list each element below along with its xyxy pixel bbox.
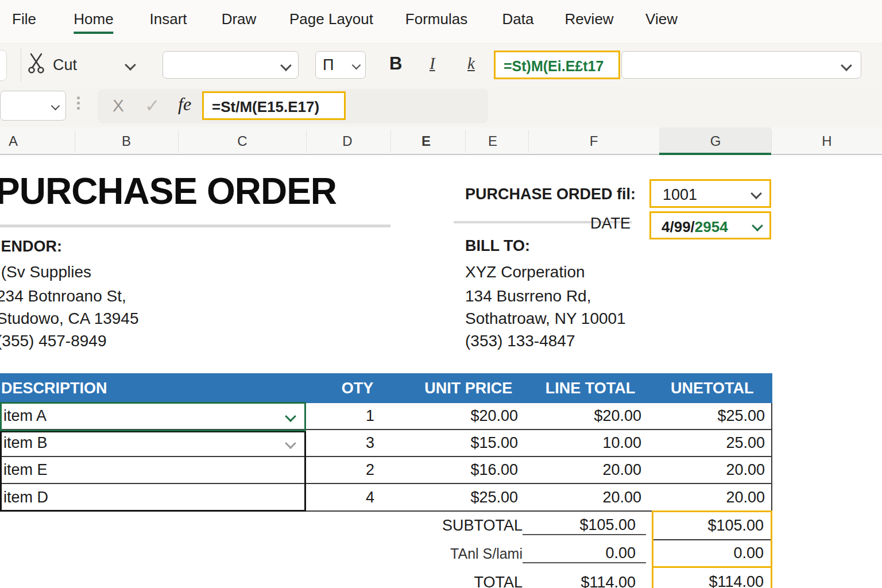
total-boxed-cell[interactable]: $114.00 [653,568,771,588]
table-header-description: DESCRIPTION [0,380,307,397]
formula-text: =St/M(E15.E17) [212,98,319,116]
unit-price-cell[interactable]: $20.00 [408,407,528,425]
tax-value-cell[interactable]: 0.00 [523,544,646,563]
title-rule [0,225,390,227]
name-box[interactable] [0,91,66,121]
chevron-down-icon [841,60,852,71]
clipboard-button-partial[interactable] [0,50,7,81]
date-value: 4/99/2954 [662,218,728,236]
cut-dropdown-chevron-icon[interactable] [125,59,136,71]
unit-price-cell[interactable]: $16.00 [408,461,528,479]
qty-cell[interactable]: 2 [306,461,408,479]
unit-price-cell[interactable]: $25.00 [408,489,528,506]
description-dropdown-cell[interactable]: item B [0,430,306,456]
line-total-cell[interactable]: 20.00 [528,489,652,506]
table-row: item D 4 $25.00 20.00 20.00 [0,484,772,512]
column-divider [306,130,307,153]
confirm-icon[interactable]: ✓ [145,95,160,117]
subtotal-boxed-cell[interactable]: $105.00 [653,512,771,540]
column-header-d[interactable]: D [342,133,352,149]
billto-line: (353) 133-4847 [465,332,575,350]
qty-cell[interactable]: 4 [306,489,408,506]
line-total-cell[interactable]: $20.00 [528,407,652,425]
chevron-down-icon[interactable] [285,411,296,422]
column-divider [465,130,466,153]
subtotal-label: SUBTOTAL [306,517,523,535]
column-header-h[interactable]: H [822,133,831,149]
column-divider [75,130,75,153]
menu-view[interactable]: View [645,10,678,28]
description-dropdown-cell[interactable]: item A [0,403,306,429]
column-header-b[interactable]: B [122,133,131,149]
menu-page-layout[interactable]: Page Layout [289,10,373,28]
menu-review[interactable]: Review [564,10,613,28]
vendor-line: 234 Botnroano St, [0,287,126,305]
menu-formulas[interactable]: Formulas [405,10,467,28]
qty-cell[interactable]: 3 [306,434,408,452]
table-header-qty: OTY [307,380,408,397]
formula-input-box[interactable]: =St/M(E15.E17) [202,91,346,120]
unetotal-cell[interactable]: 20.00 [652,461,772,479]
billto-line: Sothatroaw, NY 10001 [465,310,626,328]
toolbar-divider [21,48,21,82]
spreadsheet-app: File Home Insart Draw Page Layout Formul… [0,0,882,588]
po-number-dropdown[interactable]: 1001 [649,179,771,208]
vendor-line: (355) 457-8949 [0,332,106,350]
underline-button[interactable]: k [467,54,475,73]
column-divider [390,130,391,153]
tax-label: TAnl S/lami [306,546,523,562]
menu-insert[interactable]: Insart [149,10,187,28]
po-number-value: 1001 [663,186,697,204]
toolbar-formula-text: =St)M(Ei.E£t17 [504,58,604,75]
menu-data[interactable]: Data [502,10,534,28]
font-size-dropdown[interactable]: Π [315,51,366,79]
date-dropdown[interactable]: 4/99/2954 [649,211,771,239]
unit-price-cell[interactable]: $15.00 [408,434,528,452]
cancel-icon[interactable]: X [113,96,124,115]
total-value-cell[interactable]: $114.00 [523,574,646,588]
cut-button[interactable]: Cut [53,56,77,74]
description-value: item B [3,434,48,452]
font-size-value: Π [323,56,334,74]
description-cell[interactable]: item D [0,484,306,510]
column-header-e2[interactable]: E [488,133,497,149]
style-dropdown[interactable] [621,51,861,79]
fx-icon[interactable]: fe [178,94,191,115]
column-header-e1[interactable]: E [421,133,431,149]
subtotal-value-cell[interactable]: $105.00 [523,516,646,535]
date-prefix: 4/99/ [662,218,695,235]
description-cell[interactable]: item E [0,457,306,483]
tax-boxed-cell[interactable]: 0.00 [653,540,771,568]
column-header-f[interactable]: F [590,133,598,149]
vendor-line: ı(Sv Supplies [0,263,91,281]
totals-highlight-box: $105.00 0.00 $114.00 [652,510,772,588]
italic-button[interactable]: I [430,54,435,73]
column-divider [178,130,179,153]
menu-file[interactable]: File [12,10,36,28]
description-value: item D [3,489,48,506]
bold-button[interactable]: B [389,53,402,74]
unetotal-cell[interactable]: $25.00 [652,407,772,425]
chevron-down-icon[interactable] [285,438,296,449]
menu-home[interactable]: Home [74,10,113,34]
chevron-down-icon [280,60,292,71]
chevron-down-icon [51,102,60,111]
font-name-dropdown[interactable] [163,51,299,79]
line-total-cell[interactable]: 20.00 [528,461,652,479]
table-right-border [771,403,772,512]
column-header-g[interactable]: G [710,133,721,149]
vendor-line: Studowo, CA 13945 [0,310,139,328]
toolbar-formula-box[interactable]: =St)M(Ei.E£t17 [494,51,620,79]
scissors-icon[interactable] [26,51,46,78]
qty-cell[interactable]: 1 [306,407,408,425]
unetotal-cell[interactable]: 20.00 [652,489,772,506]
column-header-a[interactable]: A [9,133,18,149]
date-label: DATE [590,215,630,233]
unetotal-cell[interactable]: 25.00 [652,434,772,452]
billto-heading: BILL TO: [465,237,530,255]
line-total-cell[interactable]: 10.00 [528,434,652,452]
table-header-unit-price: UNIT PRICE [408,380,529,397]
formula-input-area: X ✓ fe =St/M(E15.E17) [98,89,488,123]
menu-draw[interactable]: Draw [222,10,257,28]
column-header-c[interactable]: C [237,133,247,149]
